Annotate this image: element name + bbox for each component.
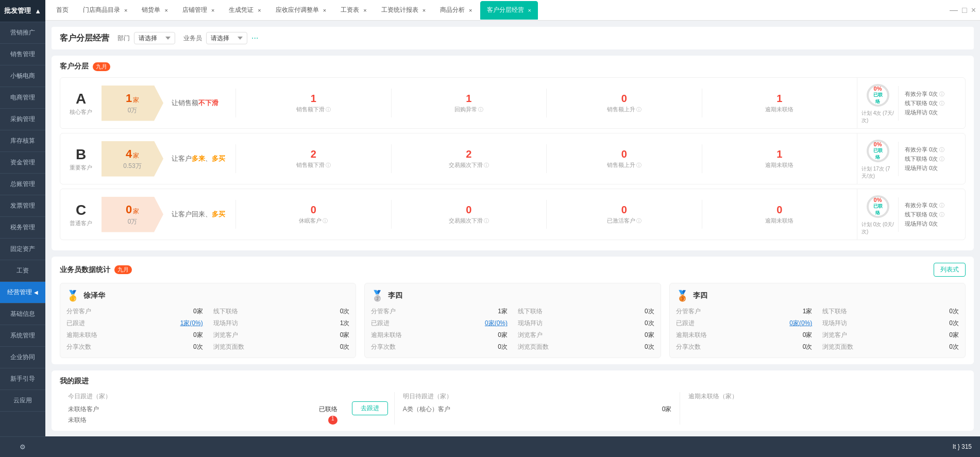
close-icon[interactable]: × [469, 7, 472, 13]
tab-payroll[interactable]: 工资表 × [334, 1, 373, 20]
stat-value[interactable]: 1家 [498, 307, 508, 316]
sidebar-item-云应用[interactable]: 云应用 [0, 390, 45, 412]
close-icon[interactable]: × [211, 7, 214, 13]
sidebar-item-工资[interactable]: 工资 [0, 260, 45, 282]
sidebar-settings[interactable]: ⚙ [0, 436, 45, 457]
sidebar-item-系统管理[interactable]: 系统管理 [0, 325, 45, 347]
stat-value-link[interactable]: 1家(0%) [180, 319, 203, 328]
tier-b-stat-1[interactable]: 2 销售额下滑 ⓘ [235, 144, 391, 173]
tier-a-count-box[interactable]: 1 家 0万 [102, 86, 163, 121]
tab-label: 工资统计报表 [381, 6, 418, 14]
sidebar-item-库存核算[interactable]: 库存核算 [0, 130, 45, 152]
bottom-text: It } 315 [953, 443, 972, 450]
tier-c-stat-3[interactable]: 0 已激活客户 ⓘ [546, 200, 702, 229]
maximize-icon[interactable]: □ [962, 6, 967, 15]
stat-value[interactable]: 0家 [340, 331, 350, 340]
stat-label: 分管客户 [676, 307, 701, 316]
tier-a-stat-2[interactable]: 1 回购异常 ⓘ [391, 89, 547, 117]
tab-customer-tier[interactable]: 客户分层经营 × [480, 1, 538, 20]
goto-followup-button[interactable]: 去跟进 [352, 401, 388, 415]
close-icon[interactable]: × [363, 7, 366, 13]
sidebar-item-企业协同[interactable]: 企业协同 [0, 347, 45, 368]
stat-value: 0次 [949, 343, 959, 351]
info-icon: ⓘ [326, 162, 331, 169]
tab-store-mgmt[interactable]: 店铺管理 × [176, 1, 221, 20]
sidebar-item-税务管理[interactable]: 税务管理 [0, 217, 45, 239]
stat-value[interactable]: 0家 [949, 331, 959, 340]
close-icon[interactable]: × [124, 7, 127, 13]
row-value: 0家 [662, 405, 672, 414]
stat-value-link[interactable]: 0家(0%) [485, 319, 508, 328]
sidebar-item-采购管理[interactable]: 采购管理 [0, 109, 45, 130]
sidebar-item-固定资产[interactable]: 固定资产 [0, 239, 45, 260]
tier-b-stat-2[interactable]: 2 交易频次下滑 ⓘ [391, 144, 547, 173]
close-icon[interactable]: × [528, 7, 531, 13]
stat-value[interactable]: 0家 [193, 331, 203, 340]
sp-stats-grid-2: 分管客户 1家 线下联络 0次 已跟进 0家(0%) 现场拜访 [371, 307, 654, 351]
bronze-medal-icon: 🥉 [676, 290, 689, 302]
tab-receivables[interactable]: 应收应付调整单 × [269, 1, 333, 20]
tier-b-amount: 0.53万 [123, 162, 141, 171]
close-icon[interactable]: × [323, 7, 326, 13]
stat-value[interactable]: 1家 [803, 307, 813, 316]
sidebar-item-新手引导[interactable]: 新手引导 [0, 368, 45, 390]
tab-label: 应收应付调整单 [276, 6, 319, 14]
close-icon[interactable]: × [258, 7, 261, 13]
sidebar-item-小畅电商[interactable]: 小畅电商 [0, 65, 45, 87]
stat-label: 线下联络 0次 ⓘ [905, 155, 944, 163]
sidebar-item-资金管理[interactable]: 资金管理 [0, 152, 45, 174]
stat-label: 分享次数 [66, 343, 91, 351]
sidebar-item-基础信息[interactable]: 基础信息 [0, 303, 45, 325]
tier-a-right-stats: 有效分享 0次 ⓘ 线下联络 0次 ⓘ 现场拜访 0次 [898, 86, 965, 121]
sidebar-item-电商管理[interactable]: 电商管理 [0, 87, 45, 109]
tier-b-stat-3[interactable]: 0 销售额上升 ⓘ [546, 144, 702, 173]
sales-select[interactable]: 请选择 [206, 32, 247, 44]
sidebar-item-发票管理[interactable]: 发票管理 [0, 195, 45, 217]
sidebar-collapse-icon[interactable]: ▲ [35, 7, 41, 15]
tier-a-stat-1[interactable]: 1 销售额下滑 ⓘ [235, 89, 391, 117]
circle-sub: 计划 4次 (7天/次) [861, 110, 894, 124]
close-icon[interactable]: × [164, 7, 167, 13]
tab-sales-order[interactable]: 销货单 × [135, 1, 174, 20]
info-icon: ⓘ [326, 106, 331, 113]
info-icon: ⓘ [939, 147, 944, 153]
tab-label: 门店商品目录 [83, 6, 120, 14]
close-window-icon[interactable]: × [971, 6, 976, 15]
tab-products[interactable]: 门店商品目录 × [76, 1, 134, 20]
tier-c-name: 普通客户 [70, 219, 92, 227]
stat-value[interactable]: 0家 [645, 331, 654, 340]
tier-b-count-box[interactable]: 4 家 0.53万 [102, 141, 163, 177]
tab-voucher[interactable]: 生成凭证 × [222, 1, 267, 20]
tier-c-stat-2[interactable]: 0 交易频次下滑 ⓘ [391, 200, 547, 229]
sidebar-item-经营管理[interactable]: 经营管理 ◀ [0, 282, 45, 303]
tab-home[interactable]: 首页 [49, 1, 75, 20]
minimize-icon[interactable]: — [950, 6, 958, 15]
tab-goods-analysis[interactable]: 商品分析 × [433, 1, 479, 20]
stat-value[interactable]: 0家 [498, 331, 508, 340]
stat-value[interactable]: 0家 [193, 307, 203, 316]
stat-value[interactable]: 0家 [803, 331, 813, 340]
sidebar-item-label: 经营管理 [7, 289, 32, 296]
tab-label: 销货单 [142, 6, 160, 14]
ellipsis-button[interactable]: ··· [251, 33, 258, 43]
close-icon[interactable]: × [423, 7, 426, 13]
tier-c-stats: 0 休眠客户 ⓘ 0 交易频次下滑 ⓘ 0 已激活客户 ⓘ 0 逾期未联络 [235, 189, 965, 240]
dept-select[interactable]: 请选择 [134, 32, 175, 44]
tab-payroll-report[interactable]: 工资统计报表 × [375, 1, 432, 20]
info-icon: ⓘ [636, 217, 641, 225]
sidebar-item-总账管理[interactable]: 总账管理 [0, 174, 45, 195]
sidebar-item-营销推广[interactable]: 营销推广 [0, 22, 45, 44]
list-view-button[interactable]: 列表式 [934, 263, 966, 277]
tier-a-stat-4[interactable]: 1 逾期未联络 [702, 89, 857, 117]
tier-b-stat-4[interactable]: 1 逾期未联络 [702, 144, 857, 173]
stat-value-link[interactable]: 0家(0%) [789, 319, 812, 328]
stat-label: 销售额下滑 ⓘ [296, 161, 331, 169]
sidebar-item-销售管理[interactable]: 销售管理 [0, 44, 45, 65]
tier-c-count-box[interactable]: 0 家 0万 [102, 197, 163, 232]
followup-row: 未联络客户 已联络 [68, 405, 337, 414]
tier-c-stat-4[interactable]: 0 逾期未联络 [702, 200, 857, 229]
right-stat-share: 有效分享 0次 ⓘ [905, 90, 959, 98]
main-area: 首页 门店商品目录 × 销货单 × 店铺管理 × 生成凭证 × 应收应付调整单 … [45, 0, 980, 457]
tier-c-stat-1[interactable]: 0 休眠客户 ⓘ [235, 200, 391, 229]
tier-a-stat-3[interactable]: 0 销售额上升 ⓘ [546, 89, 702, 117]
